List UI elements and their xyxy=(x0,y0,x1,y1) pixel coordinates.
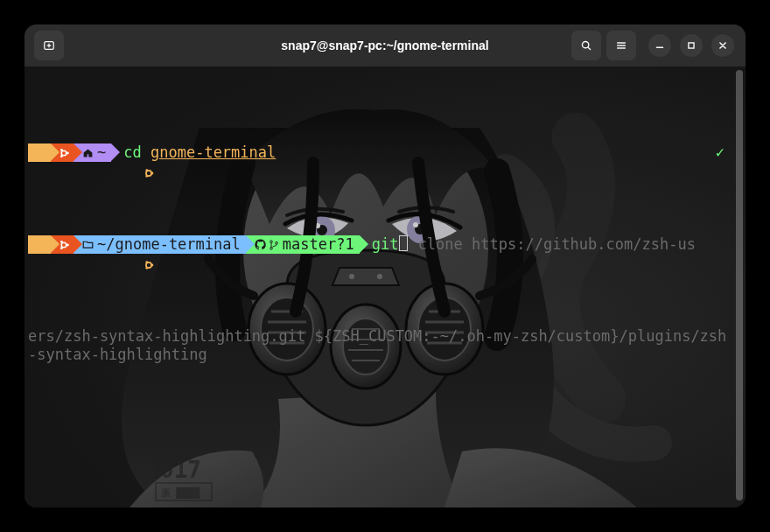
maximize-button[interactable] xyxy=(680,34,703,57)
ubuntu-icon xyxy=(35,239,47,251)
close-icon xyxy=(717,39,729,52)
svg-rect-33 xyxy=(156,483,212,500)
svg-point-38 xyxy=(150,172,153,174)
svg-point-39 xyxy=(145,169,148,172)
maximize-icon xyxy=(685,39,697,52)
git-branch-icon xyxy=(269,240,279,250)
svg-point-48 xyxy=(145,261,148,263)
svg-point-54 xyxy=(270,240,272,242)
git-segment: master ?1 xyxy=(246,235,360,254)
search-button[interactable] xyxy=(571,31,601,60)
minimize-button[interactable] xyxy=(648,34,671,57)
svg-point-53 xyxy=(60,247,63,249)
svg-text:017: 017 xyxy=(160,457,201,483)
home-icon xyxy=(82,147,94,158)
git-status: ?1 xyxy=(336,235,354,254)
new-tab-button[interactable] xyxy=(34,31,64,60)
new-tab-icon xyxy=(43,39,55,52)
home-path: ~ xyxy=(97,144,106,162)
cwd-segment: ~/gnome-terminal xyxy=(74,235,246,254)
status-check-icon: ✓ xyxy=(716,144,732,162)
os-segment xyxy=(28,144,51,162)
close-button[interactable] xyxy=(711,34,734,57)
minimize-icon xyxy=(654,39,666,52)
svg-point-51 xyxy=(66,243,69,246)
svg-point-43 xyxy=(60,148,63,150)
svg-point-47 xyxy=(150,263,153,266)
ubuntu-cof-icon xyxy=(58,239,70,251)
prompt-line-2: ~/gnome-terminal master ?1 git clone htt… xyxy=(28,235,732,254)
prompt-line-1: ~ cd gnome-terminal ✓ xyxy=(28,144,732,162)
folder-icon xyxy=(82,239,94,250)
menu-button[interactable] xyxy=(606,31,636,60)
terminal-content: ~ cd gnome-terminal ✓ ~/gnome-terminal xyxy=(28,70,732,419)
autosuggest-part2: ers/zsh-syntax-highlighting.git ${ZSH_CU… xyxy=(28,327,732,364)
command-2[interactable]: git clone https://github.com/zsh-us xyxy=(360,235,696,254)
svg-point-40 xyxy=(145,174,148,177)
terminal-viewport[interactable]: 017 廉 ████ xyxy=(24,66,746,508)
os-segment-2 xyxy=(28,235,51,254)
svg-point-55 xyxy=(270,247,272,249)
ubuntu-icon xyxy=(35,147,47,159)
autosuggest-part1: clone https://github.com/zsh-us xyxy=(409,235,696,253)
svg-point-42 xyxy=(66,151,69,154)
cmd-git: git xyxy=(372,235,399,253)
ubuntu-cof-icon xyxy=(58,147,70,159)
cmd-cd: cd xyxy=(123,144,141,161)
git-branch: master xyxy=(283,235,336,254)
command-1: cd gnome-terminal xyxy=(111,144,276,162)
cwd-path: ~/gnome-terminal xyxy=(97,235,241,254)
window-title: snap7@snap7-pc:~/gnome-terminal xyxy=(24,38,746,52)
svg-point-52 xyxy=(60,240,63,242)
cmd-arg: gnome-terminal xyxy=(150,144,276,161)
svg-point-56 xyxy=(275,242,277,244)
github-icon xyxy=(255,239,266,250)
svg-point-50 xyxy=(61,242,66,248)
hamburger-icon xyxy=(615,39,627,52)
titlebar: snap7@snap7-pc:~/gnome-terminal xyxy=(24,24,746,66)
scrollbar[interactable] xyxy=(736,70,743,500)
search-icon xyxy=(580,39,592,52)
svg-rect-2 xyxy=(689,43,694,48)
svg-text:廉 ████: 廉 ████ xyxy=(161,486,200,499)
terminal-window: snap7@snap7-pc:~/gnome-terminal xyxy=(24,24,746,508)
svg-point-44 xyxy=(60,155,63,158)
cursor xyxy=(399,235,408,251)
svg-point-49 xyxy=(145,266,148,269)
svg-point-41 xyxy=(61,150,66,156)
